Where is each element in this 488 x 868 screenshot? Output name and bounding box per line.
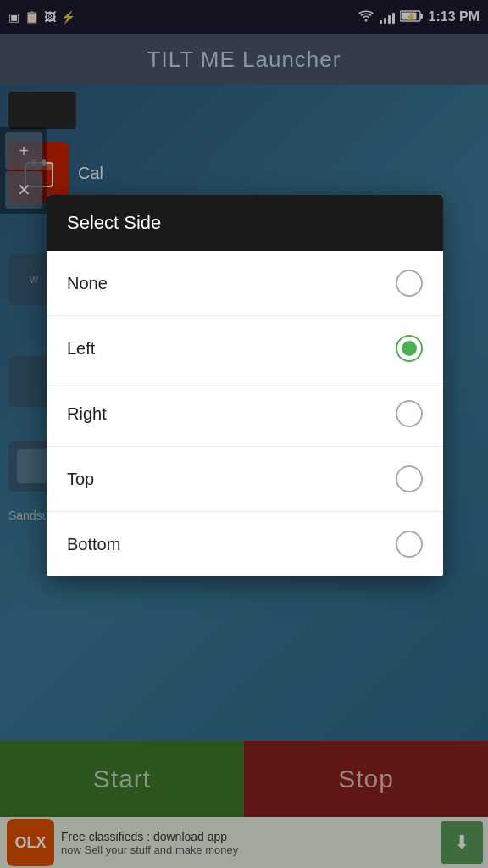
option-none-label: None: [67, 274, 108, 293]
option-top[interactable]: Top: [47, 447, 443, 512]
option-none-radio[interactable]: [396, 270, 423, 297]
option-top-label: Top: [67, 470, 94, 489]
option-top-radio[interactable]: [396, 465, 423, 492]
option-right[interactable]: Right: [47, 381, 443, 447]
option-right-label: Right: [67, 404, 107, 424]
option-bottom[interactable]: Bottom: [47, 512, 443, 576]
dialog-options: None Left Right Top Bottom: [47, 251, 443, 576]
option-left-radio[interactable]: [396, 335, 423, 362]
option-right-radio[interactable]: [396, 400, 423, 427]
dialog-title: Select Side: [47, 195, 443, 251]
option-none[interactable]: None: [47, 251, 443, 316]
option-left-label: Left: [67, 339, 95, 359]
option-bottom-label: Bottom: [67, 535, 120, 554]
option-left[interactable]: Left: [47, 316, 443, 381]
option-bottom-radio[interactable]: [396, 531, 423, 558]
select-side-dialog: Select Side None Left Right Top Bottom: [47, 195, 443, 576]
radio-selected-dot: [402, 341, 417, 356]
